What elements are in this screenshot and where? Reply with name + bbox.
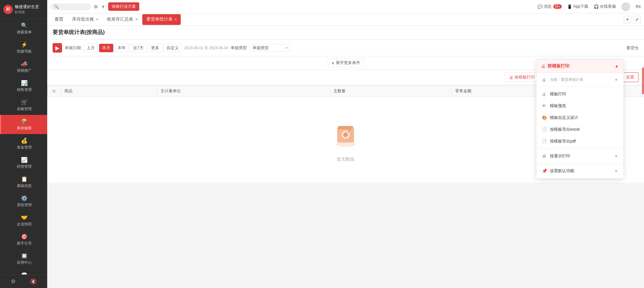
online-service-action[interactable]: 🎧 在线客服 xyxy=(594,4,616,9)
date-label: 单据日期 xyxy=(65,45,81,51)
sidebar-item-label: 新手引导 xyxy=(17,241,32,246)
display-chevron-icon: ▼ xyxy=(614,154,618,158)
sidebar-item-purchase[interactable]: 🛒 采购管理 xyxy=(0,96,47,115)
gear-icon: ⚙️ xyxy=(21,195,28,201)
col-goods: 商品 xyxy=(61,86,157,97)
svg-point-6 xyxy=(351,127,354,129)
sidebar-footer: ⚙ 🔇 xyxy=(0,275,47,288)
filter-bar: ▶ 单据日期 上月 本月 本年 近7天 更多 自定义 2023-06-01 至 … xyxy=(47,40,644,56)
dropdown-set-default[interactable]: 📌 设置默认功能 ▼ xyxy=(536,165,623,177)
default-icon: 📌 xyxy=(542,168,547,173)
sidebar-item-label: 系统管理 xyxy=(17,202,32,207)
dropdown-template-print[interactable]: 🖨 模板打印 xyxy=(536,88,623,100)
filter-toggle-btn[interactable]: ▶ xyxy=(53,43,62,53)
sidebar-item-operations[interactable]: 📈 经营管理 xyxy=(0,153,47,172)
date-btn-more[interactable]: 更多 xyxy=(148,44,162,52)
sidebar-item-inventory[interactable]: 📦 库存核算 xyxy=(0,115,47,134)
col-qty: 主数量 xyxy=(330,86,452,97)
message-action[interactable]: 💬 消息 99+ xyxy=(537,4,562,9)
date-btn-this-year[interactable]: 本年 xyxy=(115,44,129,52)
topbar-actions: 💬 消息 99+ 📱 App下载 🎧 在线客服 Rit xyxy=(537,2,641,11)
dropdown-display-section: 🖥 按显示打印 ▼ xyxy=(536,149,623,164)
sidebar-item-finance[interactable]: 💰 资金管理 xyxy=(0,134,47,153)
sidebar-item-marketing[interactable]: 📣 营销推广 xyxy=(0,57,47,76)
dropdown-display-print[interactable]: 🖥 按显示打印 ▼ xyxy=(536,150,623,162)
dropdown-template-custom[interactable]: 🎨 模板自定义设计 xyxy=(536,112,623,124)
type-label: 单据类型 xyxy=(231,45,247,51)
expand-btn[interactable]: ∨ 展开更多条件 xyxy=(328,58,364,67)
sidebar-item-sales[interactable]: 📊 销售管理 xyxy=(0,76,47,96)
date-btn-prev-month[interactable]: 上月 xyxy=(84,44,98,52)
trend-icon: 📈 xyxy=(21,157,28,163)
date-btn-custom[interactable]: 自定义 xyxy=(164,44,182,52)
tab-collection-summary[interactable]: 收发存汇总表 × xyxy=(103,14,141,25)
date-btn-7days[interactable]: 近7天 xyxy=(130,44,147,52)
dropdown-current-item[interactable]: 🖨 当前：要货单统计表 ▼ xyxy=(536,74,623,85)
sidebar-item-label: 企业协同 xyxy=(17,222,32,227)
logo-text: 畅捷通好生意 标准版 xyxy=(15,4,39,14)
sidebar-nav: 🔍 搜索菜单 ⚡ 快捷导航 📣 营销推广 📊 销售管理 🛒 采购管理 📦 库存核… xyxy=(0,19,47,275)
search-icon: 🔍 xyxy=(21,22,28,29)
chat-icon: 💬 xyxy=(21,272,28,275)
print-dropdown: 🖨 按模板打印 ▲ 🖨 当前：要货单统计表 ▼ 🖨 模板打印 xyxy=(536,59,624,179)
goods-label: 要货仓 xyxy=(626,45,639,51)
chart-icon: 📊 xyxy=(21,80,28,86)
settings-btn[interactable]: 设置 xyxy=(622,72,639,82)
type-select[interactable]: 单据类型 xyxy=(250,44,290,52)
tab-order-summary[interactable]: 要货单统计表 × xyxy=(142,14,181,25)
sidebar: 好 畅捷通好生意 标准版 🔍 搜索菜单 ⚡ 快捷导航 📣 营销推广 📊 销售管理… xyxy=(0,0,47,288)
dropdown-close-icon[interactable]: ▲ xyxy=(615,64,619,68)
main-area: 🔍 ⚙ ▼ 体验行业方案 💬 消息 99+ 📱 App下载 🎧 在线客服 Rit xyxy=(47,0,644,288)
settings-footer-btn[interactable]: ⚙ xyxy=(11,278,16,285)
avatar[interactable] xyxy=(621,2,630,11)
dropdown-export-excel[interactable]: 📄 按模板导出excel xyxy=(536,124,623,135)
sidebar-item-label: 资金管理 xyxy=(17,145,32,150)
sidebar-item-collab[interactable]: 🤝 企业协同 xyxy=(0,211,47,230)
display-print-icon: 🖥 xyxy=(542,154,547,159)
sidebar-item-label: 采购管理 xyxy=(17,106,32,111)
topbar-chevron-icon[interactable]: ▼ xyxy=(101,4,106,9)
tab-close-order[interactable]: × xyxy=(175,17,177,21)
scrollbar-thumb[interactable] xyxy=(642,67,644,94)
tab-close-batch[interactable]: × xyxy=(96,17,98,21)
username: Rit xyxy=(636,4,641,9)
message-badge: 99+ xyxy=(553,4,562,9)
dropdown-default-section: 📌 设置默认功能 ▼ xyxy=(536,164,623,178)
sidebar-item-newbie[interactable]: 🎯 新手引导 xyxy=(0,230,47,249)
sidebar-item-label: 搜索菜单 xyxy=(17,30,32,35)
content-area: 要货单统计表(按商品) ▶ 单据日期 上月 本月 本年 近7天 更多 自定义 2… xyxy=(47,26,644,288)
tab-home[interactable]: 首页 xyxy=(51,14,67,25)
tab-expand-btn[interactable]: ⤢ xyxy=(633,16,641,23)
col-settings[interactable]: ⚙ xyxy=(48,86,61,97)
dropdown-current-section: 🖨 当前：要货单统计表 ▼ xyxy=(536,73,623,87)
sidebar-item-apps[interactable]: 🔲 应用中心 xyxy=(0,249,47,268)
sidebar-item-quick-nav[interactable]: ⚡ 快捷导航 xyxy=(0,38,47,57)
print-icon: 🖨 xyxy=(542,92,547,97)
topbar-gear-icon[interactable]: ⚙ xyxy=(94,4,98,9)
tabs-bar: 首页 库存批次账 × 收发存汇总表 × 要货单统计表 × × ⤢ xyxy=(47,13,644,26)
tab-batch-account[interactable]: 库存批次账 × xyxy=(68,14,102,25)
dropdown-export-pdf[interactable]: 📄 按模板导出pdf xyxy=(536,135,623,147)
dropdown-template-preview[interactable]: 👁 模板预览 xyxy=(536,100,623,112)
default-chevron-icon: ▼ xyxy=(614,169,618,173)
type-select-wrapper: 单据类型 xyxy=(250,44,290,52)
date-btn-this-month[interactable]: 本月 xyxy=(99,44,113,52)
page-header: 要货单统计表(按商品) xyxy=(47,26,644,40)
topbar-search[interactable]: 🔍 xyxy=(51,3,91,10)
tab-close-collection[interactable]: × xyxy=(135,17,137,21)
app-download-action[interactable]: 📱 App下载 xyxy=(567,4,588,9)
column-settings-icon[interactable]: ⚙ xyxy=(52,89,56,94)
sidebar-item-wechat[interactable]: 💬 企业微信 xyxy=(0,268,47,275)
sidebar-item-label: 销售管理 xyxy=(17,87,32,92)
date-range-display: 2023-06-01 至 2023-06-30 xyxy=(184,45,228,51)
sidebar-item-basic[interactable]: 📋 基础信息 xyxy=(0,172,47,192)
lightning-icon: ⚡ xyxy=(21,41,28,48)
audio-footer-btn[interactable]: 🔇 xyxy=(30,278,37,285)
sidebar-item-label: 经营管理 xyxy=(17,164,32,169)
sidebar-item-system[interactable]: ⚙️ 系统管理 xyxy=(0,192,47,211)
sidebar-item-search[interactable]: 🔍 搜索菜单 xyxy=(0,19,47,38)
megaphone-icon: 📣 xyxy=(21,61,28,67)
trial-btn[interactable]: 体验行业方案 xyxy=(108,2,139,11)
clipboard-icon: 📋 xyxy=(21,176,28,182)
tab-close-btn[interactable]: × xyxy=(624,16,631,23)
